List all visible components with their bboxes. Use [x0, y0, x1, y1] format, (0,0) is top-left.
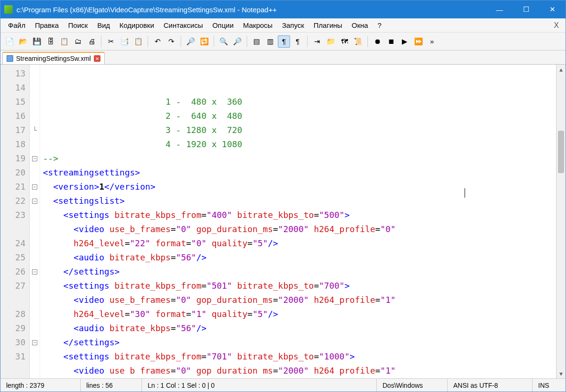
tab-label: StreamingSettingsSw.xml — [16, 55, 91, 62]
record-icon[interactable]: ⏺ — [371, 35, 383, 48]
status-insert-mode[interactable]: INS — [533, 379, 566, 392]
stop-icon[interactable]: ⏹ — [385, 35, 397, 48]
file-icon — [7, 55, 13, 62]
line-number-gutter: 13141516171819202122232425262728293031 — [0, 65, 30, 378]
menu-поиск[interactable]: Поиск — [64, 20, 93, 31]
menu-файл[interactable]: Файл — [3, 20, 30, 31]
save-icon[interactable]: 💾 — [31, 35, 43, 48]
tab-close-icon[interactable]: ✕ — [94, 55, 100, 62]
code-line[interactable]: <video use_b_frames="0" gop_duration_ms=… — [43, 222, 553, 250]
redo-icon[interactable]: ↷ — [165, 35, 177, 48]
code-line[interactable]: <video use b frames="0" gop duration ms=… — [43, 364, 553, 378]
cut-icon[interactable]: ✂ — [105, 35, 117, 48]
toolbar-separator — [307, 36, 308, 47]
sync-h-icon[interactable]: ▥ — [264, 35, 276, 48]
code-line[interactable]: <version>1</version> — [43, 180, 553, 194]
sync-v-icon[interactable]: ▤ — [250, 35, 263, 48]
menu-опции[interactable]: Опции — [208, 20, 238, 31]
menu-кодировки[interactable]: Кодировки — [115, 20, 158, 31]
doc-map-icon[interactable]: 🗺 — [338, 35, 350, 48]
maximize-button[interactable]: ☐ — [513, 0, 539, 18]
zoom-in-icon[interactable]: 🔍 — [217, 35, 230, 48]
app-icon — [4, 5, 13, 14]
fast-play-icon[interactable]: ⏩ — [412, 35, 424, 48]
menu-close-x[interactable]: X — [547, 20, 566, 31]
status-position: Ln : 1 Col : 1 Sel : 0 | 0 — [142, 379, 377, 392]
code-line[interactable]: <settings bitrate_kbps_from="501" bitrat… — [43, 279, 553, 293]
window-title: c:\Program Files (x86)\Elgato\VideoCaptu… — [17, 6, 486, 14]
show-all-icon[interactable]: ¶ — [291, 35, 304, 48]
code-line[interactable]: <audio bitrate_kbps="56"/> — [43, 321, 553, 335]
close-all-icon[interactable]: 🗂 — [72, 35, 84, 48]
status-eol[interactable]: Dos\Windows — [377, 379, 448, 392]
status-bar: length : 2379 lines : 56 Ln : 1 Col : 1 … — [0, 378, 566, 392]
undo-icon[interactable]: ↶ — [151, 35, 164, 48]
new-file-icon[interactable]: 📄 — [3, 35, 16, 48]
tab-bar: StreamingSettingsSw.xml ✕ — [0, 50, 566, 65]
scroll-up-icon[interactable]: ▴ — [557, 65, 566, 74]
scroll-thumb[interactable] — [558, 131, 564, 173]
code-area[interactable]: 1 - 480 x 360 2 - 640 x 480 3 - 1280 x 7… — [40, 65, 556, 378]
func-list-icon[interactable]: 📜 — [352, 35, 364, 48]
toolbar-separator — [367, 36, 368, 47]
copy-icon[interactable]: 📑 — [118, 35, 131, 48]
close-tab-icon[interactable]: 📋 — [58, 35, 70, 48]
status-lines: lines : 56 — [81, 379, 142, 392]
menu-?[interactable]: ? — [373, 20, 386, 31]
replace-icon[interactable]: 🔁 — [198, 35, 210, 48]
folder-view-icon[interactable]: 📁 — [325, 35, 337, 48]
menu-вид[interactable]: Вид — [92, 20, 115, 31]
toolbar-separator — [101, 36, 101, 47]
title-bar: c:\Program Files (x86)\Elgato\VideoCaptu… — [0, 0, 566, 18]
close-window-button[interactable]: ✕ — [539, 0, 566, 18]
menu-запуск[interactable]: Запуск — [277, 20, 309, 31]
editor[interactable]: 13141516171819202122232425262728293031 └… — [0, 65, 566, 378]
code-line[interactable]: </settings> — [43, 335, 553, 350]
indent-guide-icon[interactable]: ⇥ — [311, 35, 323, 48]
menu-плагины[interactable]: Плагины — [309, 20, 347, 31]
print-icon[interactable]: 🖨 — [85, 35, 98, 48]
find-icon[interactable]: 🔎 — [184, 35, 197, 48]
save-all-icon[interactable]: 🗄 — [44, 35, 57, 48]
menu-синтаксисы[interactable]: Синтаксисы — [159, 20, 208, 31]
file-tab[interactable]: StreamingSettingsSw.xml ✕ — [2, 52, 105, 64]
code-line[interactable]: <settings bitrate_kbps_from="701" bitrat… — [43, 350, 553, 364]
scroll-track[interactable] — [557, 74, 566, 369]
text-cursor — [465, 188, 465, 198]
code-line[interactable]: <streamingsettings> — [43, 166, 553, 180]
wrap-icon[interactable]: ¶ — [278, 35, 290, 48]
code-line[interactable]: <settingslist> — [43, 194, 553, 208]
play-icon[interactable]: ▶ — [399, 35, 411, 48]
menu-макросы[interactable]: Макросы — [238, 20, 277, 31]
menu-правка[interactable]: Правка — [30, 20, 64, 31]
toolbar: 📄📂💾🗄📋🗂🖨✂📑📋↶↷🔎🔁🔍🔎▤▥¶¶⇥📁🗺📜⏺⏹▶⏩» — [0, 33, 566, 50]
toolbar-separator — [214, 36, 214, 47]
toolbar-separator — [148, 36, 148, 47]
menu-окна[interactable]: Окна — [347, 20, 373, 31]
toolbar-separator — [181, 36, 181, 47]
status-encoding[interactable]: ANSI as UTF-8 — [448, 379, 533, 392]
vertical-scrollbar[interactable]: ▴ ▾ — [556, 65, 566, 378]
code-line[interactable]: 3 - 1280 x 720 — [43, 123, 553, 137]
toolbar-separator — [247, 36, 247, 47]
open-file-icon[interactable]: 📂 — [17, 35, 29, 48]
fold-column[interactable]: └ − −− − − — [30, 65, 40, 378]
paste-icon[interactable]: 📋 — [132, 35, 144, 48]
code-line[interactable]: <settings bitrate_kbps_from="400" bitrat… — [43, 208, 553, 222]
code-line[interactable]: <audio bitrate_kbps="56"/> — [43, 250, 553, 265]
code-line[interactable]: 1 - 480 x 360 — [43, 95, 553, 109]
code-line[interactable]: 2 - 640 x 480 — [43, 109, 553, 123]
menu-bar: ФайлПравкаПоискВидКодировкиСинтаксисыОпц… — [0, 18, 566, 33]
code-line[interactable]: 4 - 1920 x 1080 — [43, 137, 553, 151]
code-line[interactable]: --> — [43, 151, 553, 166]
overflow-icon[interactable]: » — [426, 35, 438, 48]
code-line[interactable]: </settings> — [43, 265, 553, 279]
scroll-down-icon[interactable]: ▾ — [557, 369, 566, 378]
minimize-button[interactable]: — — [486, 0, 513, 18]
status-length: length : 2379 — [0, 379, 81, 392]
zoom-out-icon[interactable]: 🔎 — [231, 35, 243, 48]
code-line[interactable]: <video use_b_frames="0" gop_duration_ms=… — [43, 293, 553, 321]
